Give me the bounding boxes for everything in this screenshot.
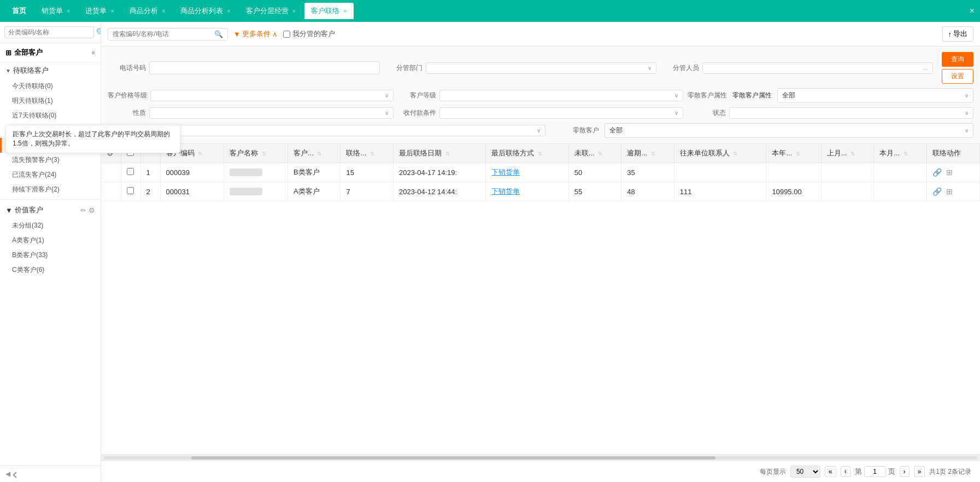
- col-this-month-sort[interactable]: ⇅: [903, 150, 908, 156]
- row2-select-checkbox[interactable]: [127, 187, 134, 194]
- customer-level-label: 客户等级: [398, 91, 436, 100]
- sidebar-item-lost[interactable]: 已流失客户(24): [0, 167, 101, 182]
- sidebar-search-icon[interactable]: 🔍: [96, 28, 101, 37]
- price-level-select[interactable]: ∨: [150, 90, 394, 101]
- sidebar-item-today[interactable]: 今天待联络(0): [0, 79, 101, 94]
- nav-customer-segment[interactable]: 客户分层经营 ×: [239, 3, 302, 19]
- status-select[interactable]: ∨: [729, 107, 973, 119]
- filter-field-phone: 电话号码: [108, 61, 380, 74]
- sidebar-item-unclassified[interactable]: 未分组(32): [0, 218, 101, 233]
- col-contact-sort[interactable]: ⇅: [370, 150, 374, 156]
- payment-select[interactable]: ∨: [439, 107, 684, 119]
- settings-button[interactable]: 设置: [942, 69, 973, 84]
- filter-field-customer-type: 客户类型 ∨: [133, 125, 545, 136]
- col-type-sort[interactable]: ⇅: [317, 150, 321, 156]
- customer-level-arrow-icon: ∨: [674, 92, 678, 98]
- page-input[interactable]: [864, 466, 886, 477]
- row1-link-icon[interactable]: 🔗: [932, 168, 942, 177]
- sidebar-item-7days[interactable]: 近7天待联络(0): [0, 108, 101, 123]
- row1-grid-icon[interactable]: ⊞: [946, 168, 953, 177]
- col-method-sort[interactable]: ⇅: [538, 150, 542, 156]
- settings-group-icon[interactable]: ⚙: [89, 206, 95, 214]
- row1-last-contact-method: 下销货单: [486, 163, 568, 182]
- sidebar-item-lost-preview[interactable]: 流失预警客户(3): [0, 153, 101, 167]
- department-select[interactable]: ∨: [426, 62, 656, 74]
- query-button[interactable]: 查询: [942, 52, 973, 67]
- nav-product-analysis-list[interactable]: 商品分析列表 ×: [174, 3, 237, 19]
- next-page-btn[interactable]: ›: [900, 466, 909, 477]
- sidebar-search-area: 🔍: [0, 22, 101, 43]
- customer-level-select[interactable]: ∨: [439, 90, 684, 101]
- retail-attr-select[interactable]: 全部 ∨: [777, 88, 973, 103]
- horizontal-scrollbar[interactable]: [101, 454, 980, 461]
- sidebar-search-input[interactable]: [4, 26, 94, 38]
- sidebar-item-tomorrow[interactable]: 明天待联络(1): [0, 94, 101, 108]
- filter-more-conditions[interactable]: ▼ 更多条件 ∧: [233, 29, 278, 39]
- col-company-sort[interactable]: ⇅: [733, 150, 737, 156]
- last-page-btn[interactable]: »: [914, 466, 925, 477]
- col-overdue-sort[interactable]: ⇅: [651, 150, 655, 156]
- row1-company-contact: [674, 163, 766, 182]
- filter-search-input[interactable]: [113, 30, 212, 38]
- customer-table: ⚙ 客户编码 ⇅ 客户名称: [101, 144, 980, 201]
- col-year-sort[interactable]: ⇅: [796, 150, 800, 156]
- filter-bar: 🔍 ▼ 更多条件 ∧ 我分管的客户 ↑ 导出: [101, 22, 980, 47]
- gender-arrow-icon: ∨: [385, 110, 389, 116]
- phone-input[interactable]: [149, 61, 380, 74]
- col-unread-sort[interactable]: ⇅: [598, 150, 602, 156]
- sidebar-item-declining[interactable]: 持续下滑客户(2): [0, 182, 101, 197]
- nav-home[interactable]: 首页: [5, 3, 33, 19]
- nav-product-analysis[interactable]: 商品分析 ×: [123, 3, 172, 19]
- filter-form: 电话号码 分管部门 ∨ 分管人员 …: [101, 47, 980, 144]
- nav-product-analysis-close[interactable]: ×: [162, 8, 165, 14]
- phone-input-field[interactable]: [154, 64, 375, 72]
- my-customers-checkbox[interactable]: [283, 31, 290, 38]
- filter-search-icon[interactable]: 🔍: [214, 30, 223, 38]
- row1-method-link[interactable]: 下销货单: [491, 168, 520, 176]
- row1-select-checkbox[interactable]: [127, 168, 134, 175]
- nav-product-analysis-list-close[interactable]: ×: [227, 8, 230, 14]
- sidebar-collapse-btn[interactable]: «: [91, 49, 95, 56]
- export-button[interactable]: ↑ 导出: [942, 26, 974, 42]
- nav-sales[interactable]: 销货单 ×: [35, 3, 77, 19]
- nav-customer-contact[interactable]: 客户联络 ×: [304, 3, 353, 19]
- nav-purchase-close[interactable]: ×: [110, 8, 114, 14]
- nav-customer-segment-close[interactable]: ×: [292, 8, 296, 14]
- edit-icon[interactable]: ✏: [80, 206, 86, 214]
- filter-field-retail-customer: 零散客户 全部 ∨: [561, 123, 973, 138]
- col-last-month-sort[interactable]: ⇅: [850, 150, 855, 156]
- manager-select[interactable]: …: [702, 62, 933, 74]
- value-group-header[interactable]: ▼ 价值客户 ✏ ⚙: [0, 202, 101, 218]
- nav-sales-close[interactable]: ×: [67, 8, 70, 14]
- retail-customer-value: 全部: [609, 126, 623, 135]
- pending-contact-title[interactable]: ▼ 待联络客户: [0, 62, 101, 79]
- row1-overdue: 35: [621, 163, 674, 182]
- customer-type-select[interactable]: ∨: [174, 125, 545, 136]
- scrollbar-thumb[interactable]: [191, 456, 715, 460]
- department-arrow-icon: ∨: [648, 65, 652, 71]
- my-customers-checkbox-label[interactable]: 我分管的客户: [283, 29, 335, 39]
- table-header-row: ⚙ 客户编码 ⇅ 客户名称: [101, 144, 980, 163]
- window-close-button[interactable]: ×: [970, 6, 975, 16]
- gender-select[interactable]: ∨: [149, 107, 394, 119]
- row2-link-icon[interactable]: 🔗: [932, 187, 942, 196]
- sidebar-item-b-class[interactable]: B类客户(33): [0, 248, 101, 263]
- row2-last-month: [821, 182, 874, 201]
- col-name-sort[interactable]: ⇅: [262, 150, 266, 156]
- row1-last-month: [821, 163, 874, 182]
- per-page-select[interactable]: 20 50 100: [790, 466, 820, 478]
- sidebar-item-c-class[interactable]: C类客户(6): [0, 263, 101, 277]
- row2-grid-icon[interactable]: ⊞: [946, 187, 953, 196]
- col-action-header: 联络动作: [926, 144, 979, 163]
- sidebar-item-a-class[interactable]: A类客户(1): [0, 233, 101, 248]
- col-date-sort[interactable]: ⇅: [445, 150, 450, 156]
- col-overdue-header: 逾期... ⇅: [621, 144, 674, 163]
- retail-customer-select[interactable]: 全部 ∨: [605, 123, 973, 138]
- first-page-btn[interactable]: «: [825, 466, 836, 477]
- col-code-sort[interactable]: ⇅: [198, 150, 202, 156]
- row2-method-link[interactable]: 下销货单: [491, 187, 520, 195]
- nav-customer-contact-close[interactable]: ×: [343, 8, 347, 14]
- sidebar-left-arrow[interactable]: ◀: [5, 470, 10, 478]
- prev-page-btn[interactable]: ‹: [841, 466, 850, 477]
- nav-purchase[interactable]: 进货单 ×: [79, 3, 120, 19]
